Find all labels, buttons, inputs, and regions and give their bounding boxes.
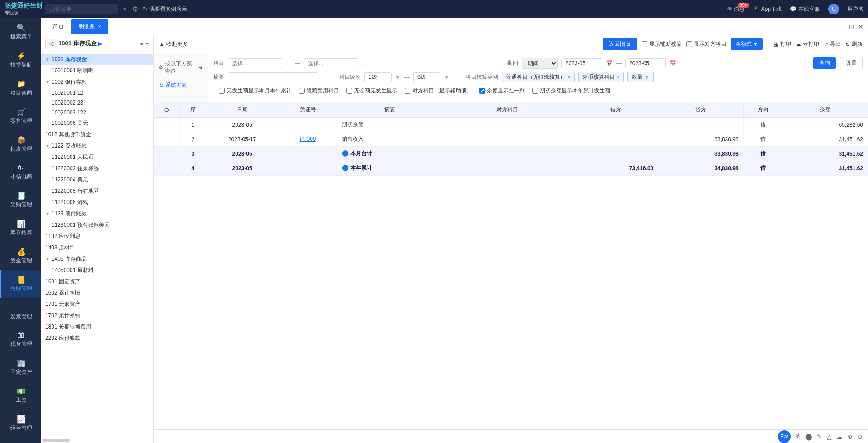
bottom-remove-icon[interactable]: ⊖ xyxy=(857,433,863,440)
tab-active-detail[interactable]: 明细账 × xyxy=(71,19,108,34)
scheme-config-icon[interactable]: ⚙ xyxy=(158,64,163,71)
level-end-input[interactable] xyxy=(413,72,440,82)
period-type-select[interactable]: 期间 xyxy=(522,58,558,69)
tree-node-1122[interactable]: ▼ 1122 应收账款 xyxy=(41,140,153,152)
check-opening-balance[interactable]: 期初余额显示本年累计发生额 xyxy=(532,87,610,95)
quantity-dropdown-icon[interactable]: ▼ xyxy=(644,74,650,81)
tree-node-10020006[interactable]: 10020006 美元 xyxy=(41,118,153,129)
voucher-link[interactable]: 记-006 xyxy=(299,136,316,142)
tree-node-1405[interactable]: ▼ 1405 库存商品 xyxy=(41,253,153,265)
check-hide-disabled[interactable]: 隐藏禁用科目 xyxy=(299,87,339,95)
bottom-add-icon[interactable]: ⊕ xyxy=(847,433,853,440)
remove-chip-normal[interactable]: × xyxy=(567,74,571,81)
bottom-cloud-icon[interactable]: ☁ xyxy=(836,433,843,440)
scheme-collapse-arrow[interactable]: ◄ xyxy=(198,64,203,71)
show-auxiliary-check[interactable]: 显示辅助核算 xyxy=(642,40,682,48)
subject-more-btn[interactable]: … xyxy=(286,60,291,67)
bottom-triangle-icon[interactable]: △ xyxy=(827,433,832,440)
settings-icon[interactable]: ⚙ xyxy=(132,5,138,14)
sidebar-item-retail[interactable]: 🛒 零售管理 xyxy=(0,102,41,130)
check-no-balance[interactable]: 无余额无发生显示 xyxy=(346,87,397,95)
cloud-print-btn[interactable]: ☁ 云打印 xyxy=(796,40,819,48)
sidebar-item-quick-nav[interactable]: ⚡ 快捷导航 xyxy=(0,46,41,74)
tree-node-11220001[interactable]: 11220001 人民币 xyxy=(41,152,153,163)
app-download-btn[interactable]: 📱 App下载 xyxy=(753,5,782,13)
sidebar-item-purchase[interactable]: 🧾 采购管理 xyxy=(0,186,41,214)
tree-node-11220006[interactable]: 11220006 游戏 xyxy=(41,197,153,208)
bottom-edit-icon[interactable]: ✎ xyxy=(817,433,822,440)
jine-btn[interactable]: 金额式 ▼ xyxy=(731,38,763,50)
close-window-icon[interactable]: ✕ xyxy=(858,23,863,30)
subject-input-end[interactable] xyxy=(304,58,358,68)
tab-home[interactable]: 首页 xyxy=(45,19,71,34)
collapse-more-btn[interactable]: ▲ 收起更多 xyxy=(159,40,188,48)
sidebar-item-search-menu[interactable]: 🔍 搜索菜单 xyxy=(0,18,41,46)
sidebar-item-salary[interactable]: 💵 工资 xyxy=(0,381,41,410)
show-opposite-input[interactable] xyxy=(686,41,692,47)
export-btn[interactable]: ↗ 导出 xyxy=(824,40,841,48)
col-gear-header[interactable]: ⚙ xyxy=(154,102,180,118)
check-opposite-subject[interactable]: 对方科目（显示辅助项） xyxy=(405,87,472,95)
remove-chip-foreign[interactable]: × xyxy=(617,74,620,81)
sidebar-item-small-ecom[interactable]: 🛍 小畅电商 xyxy=(0,158,41,186)
level-start-input[interactable] xyxy=(364,72,392,82)
h-scrollbar-thumb[interactable] xyxy=(42,439,70,442)
tree-node-11220004[interactable]: 11220004 美元 xyxy=(41,174,153,186)
period-end-input[interactable] xyxy=(625,58,666,68)
period-date-icon-end[interactable]: 📅 xyxy=(670,60,676,67)
chip-normal-subject[interactable]: 普通科目（无特殊核算） × xyxy=(502,72,575,82)
tree-list-icon[interactable]: ≡ xyxy=(140,40,144,47)
sidebar-item-inventory[interactable]: 📊 库存核算 xyxy=(0,214,41,242)
eat-btn[interactable]: Eat xyxy=(778,430,791,443)
tree-node-14050001[interactable]: 14050001 原材料 xyxy=(41,265,153,276)
tree-node-11220002[interactable]: 11220002 住来标签 xyxy=(41,163,153,174)
level-dropdown-icon[interactable]: ▼ xyxy=(395,74,401,81)
tree-node-10020003[interactable]: 10020003 122 xyxy=(41,108,153,118)
tree-node-10020001[interactable]: 10020001 12 xyxy=(41,88,153,98)
tree-node-1601[interactable]: 1601 固定资产 xyxy=(41,276,153,287)
tree-next-btn[interactable]: ▶ xyxy=(98,40,103,47)
tree-node-1602[interactable]: 1602 累计折旧 xyxy=(41,287,153,299)
chip-foreign-subject[interactable]: 外币核算科目 × xyxy=(578,72,624,82)
tree-node-11220005[interactable]: 11220005 所在地区 xyxy=(41,186,153,197)
online-service-btn[interactable]: 💬 在线客服 xyxy=(790,5,820,13)
refresh-btn[interactable]: ↻ 刷新 xyxy=(845,40,863,48)
tree-node-1132[interactable]: 1132 应收利息 xyxy=(41,231,153,242)
show-auxiliary-input[interactable] xyxy=(642,41,647,47)
settings-btn[interactable]: 设置 xyxy=(840,57,863,69)
sidebar-item-small-sales[interactable]: 💳 小畅报销 xyxy=(0,438,41,443)
demo-btn[interactable]: ↻ 我要看实例演示 xyxy=(143,5,187,13)
chip-quantity[interactable]: 数量 ▼ xyxy=(627,72,654,82)
check-no-amount[interactable]: 无发生额显示本月本年累计 xyxy=(219,87,292,95)
tab-close-btn[interactable]: × xyxy=(98,23,101,30)
tree-node-10020002[interactable]: 10020002 23 xyxy=(41,98,153,108)
message-btn[interactable]: ✉ 消息 99+ xyxy=(727,5,745,13)
sidebar-item-invoice[interactable]: 🗒 发票管理 xyxy=(0,298,41,326)
sidebar-item-wholesale[interactable]: 📦 批发管理 xyxy=(0,130,41,158)
tree-node-1801[interactable]: 1801 长期待摊费用 xyxy=(41,321,153,333)
sidebar-item-general-ledger[interactable]: 📒 总账管理 xyxy=(0,270,41,298)
top-search-input[interactable] xyxy=(45,4,118,14)
sidebar-item-tax[interactable]: 🏛 税务管理 xyxy=(0,326,41,353)
tree-node-1123[interactable]: ▼ 1123 预付账款 xyxy=(41,208,153,219)
sidebar-item-fixed-assets[interactable]: 🏢 固定资产 xyxy=(0,353,41,381)
search-btn[interactable]: 查询 xyxy=(813,57,836,69)
tree-prev-btn[interactable]: ◁ xyxy=(45,39,57,48)
tree-add-icon[interactable]: + xyxy=(145,40,149,47)
restore-icon[interactable]: ⊡ xyxy=(849,23,854,30)
tree-node-1001[interactable]: ▼ 1001 库存现金 xyxy=(41,54,153,65)
tree-horizontal-scroll[interactable] xyxy=(41,437,153,443)
period-date-icon-start[interactable]: 📅 xyxy=(606,60,613,67)
sidebar-item-project-contract[interactable]: 📁 项目合同 xyxy=(0,74,41,102)
tree-node-11230001[interactable]: 11230001 预付账款美元 xyxy=(41,219,153,231)
level-dropdown-icon2[interactable]: ▼ xyxy=(444,74,449,81)
tree-node-1702[interactable]: 1702 累计摊销 xyxy=(41,310,153,321)
avatar[interactable]: U xyxy=(828,4,839,14)
sidebar-item-capital[interactable]: 💰 资金管理 xyxy=(0,242,41,270)
bottom-icon-1[interactable]: ⬤ xyxy=(805,433,812,440)
return-old-btn[interactable]: 返回旧版 xyxy=(603,38,637,50)
tree-node-1403[interactable]: 1403 原材料 xyxy=(41,242,153,253)
tree-node-1701[interactable]: 1701 无形资产 xyxy=(41,299,153,310)
print-btn[interactable]: 🖨 打印 xyxy=(773,40,791,48)
lang-en-btn[interactable]: 英 xyxy=(795,433,801,440)
